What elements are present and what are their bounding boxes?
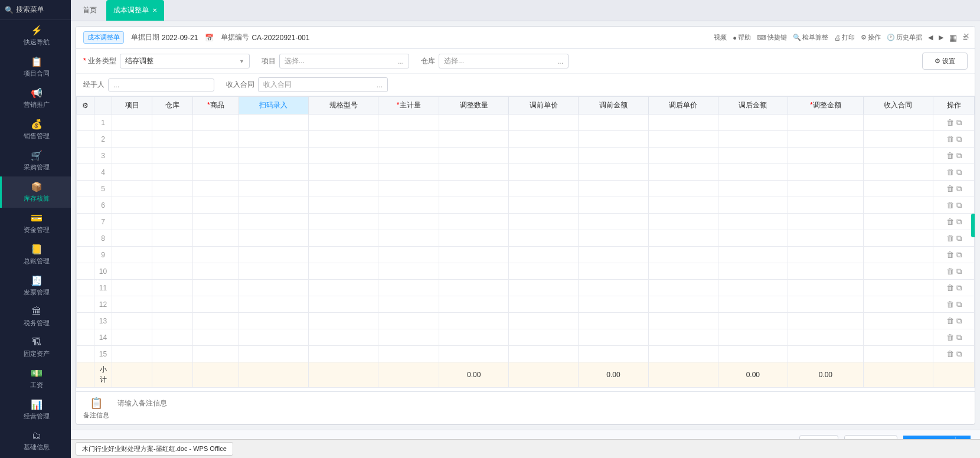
cell-before-amount-12[interactable] — [579, 296, 648, 313]
notes-input[interactable] — [115, 397, 968, 410]
cell-spec-type-5[interactable] — [309, 181, 378, 197]
copy-icon-11[interactable]: ⧉ — [956, 283, 962, 293]
cell-project-15[interactable] — [112, 346, 152, 362]
cell-before-amount-6[interactable] — [579, 197, 648, 214]
cell-before-unit-price-12[interactable] — [509, 296, 579, 313]
cell-warehouse-5[interactable] — [152, 181, 192, 197]
cell-warehouse-11[interactable] — [152, 280, 192, 296]
cell-after-amount-15[interactable] — [718, 346, 788, 362]
sidebar-search[interactable]: 🔍 搜索菜单 — [0, 0, 71, 20]
delete-icon-11[interactable]: 🗑 — [946, 283, 954, 293]
cell-after-unit-price-7[interactable] — [648, 214, 718, 230]
cell-warehouse-2[interactable] — [152, 131, 192, 148]
sidebar-item-sales-management[interactable]: 💰销售管理 — [0, 114, 71, 145]
cell-after-amount-12[interactable] — [718, 296, 788, 313]
sidebar-item-tax-management[interactable]: 🏛税务管理 — [0, 302, 71, 332]
cell-spec-type-9[interactable] — [309, 247, 378, 263]
cell-after-amount-4[interactable] — [718, 164, 788, 181]
cell-adjust-amount-14[interactable] — [788, 329, 863, 346]
cell-adjust-amount-11[interactable] — [788, 280, 863, 296]
cell-adjust-amount-15[interactable] — [788, 346, 863, 362]
cell-after-amount-10[interactable] — [718, 263, 788, 280]
cell-adjust-qty-10[interactable] — [439, 263, 509, 280]
cell-after-amount-5[interactable] — [718, 181, 788, 197]
cell-warehouse-9[interactable] — [152, 247, 192, 263]
cell-before-unit-price-9[interactable] — [509, 247, 579, 263]
cell-warehouse-12[interactable] — [152, 296, 192, 313]
cell-goods-9[interactable] — [192, 247, 239, 263]
cell-after-unit-price-1[interactable] — [648, 114, 718, 131]
cell-before-unit-price-7[interactable] — [509, 214, 579, 230]
taskbar-item[interactable]: 木门行业好业财处理方案-墨红红.doc - WPS Office — [76, 442, 233, 456]
cell-before-amount-4[interactable] — [579, 164, 648, 181]
cell-spec-type-10[interactable] — [309, 263, 378, 280]
cell-before-amount-5[interactable] — [579, 181, 648, 197]
cell-goods-1[interactable] — [192, 114, 239, 131]
cell-before-amount-11[interactable] — [579, 280, 648, 296]
project-select[interactable]: 选择... ... — [279, 54, 409, 68]
cell-scan-input-9[interactable] — [239, 247, 308, 263]
cell-project-3[interactable] — [112, 148, 152, 164]
sidebar-item-invoice-management[interactable]: 🧾发票管理 — [0, 270, 71, 302]
copy-icon-4[interactable]: ⧉ — [956, 168, 962, 177]
cell-scan-input-10[interactable] — [239, 263, 308, 280]
cell-goods-11[interactable] — [192, 280, 239, 296]
cell-unit-7[interactable] — [378, 214, 439, 230]
cell-before-unit-price-8[interactable] — [509, 230, 579, 247]
delete-icon-10[interactable]: 🗑 — [946, 267, 954, 276]
cell-adjust-amount-5[interactable] — [788, 181, 863, 197]
copy-icon-7[interactable]: ⧉ — [956, 217, 962, 227]
cell-project-14[interactable] — [112, 329, 152, 346]
cell-warehouse-6[interactable] — [152, 197, 192, 214]
cell-adjust-qty-14[interactable] — [439, 329, 509, 346]
cell-project-7[interactable] — [112, 214, 152, 230]
cell-after-amount-9[interactable] — [718, 247, 788, 263]
sidebar-item-general-ledger[interactable]: 📒总账管理 — [0, 239, 71, 270]
delete-icon-13[interactable]: 🗑 — [946, 316, 954, 326]
cell-unit-6[interactable] — [378, 197, 439, 214]
cell-before-amount-15[interactable] — [579, 346, 648, 362]
cell-warehouse-1[interactable] — [152, 114, 192, 131]
copy-icon-13[interactable]: ⧉ — [956, 316, 962, 326]
cell-before-amount-7[interactable] — [579, 214, 648, 230]
cell-income-contract-6[interactable] — [863, 197, 933, 214]
cell-spec-type-14[interactable] — [309, 329, 378, 346]
cell-adjust-qty-1[interactable] — [439, 114, 509, 131]
cell-project-13[interactable] — [112, 313, 152, 329]
close-button[interactable]: ✕ — [963, 31, 970, 41]
cell-scan-input-13[interactable] — [239, 313, 308, 329]
cell-adjust-qty-6[interactable] — [439, 197, 509, 214]
cell-income-contract-7[interactable] — [863, 214, 933, 230]
cell-adjust-amount-1[interactable] — [788, 114, 863, 131]
cell-after-unit-price-5[interactable] — [648, 181, 718, 197]
cell-spec-type-12[interactable] — [309, 296, 378, 313]
copy-icon-1[interactable]: ⧉ — [956, 118, 962, 127]
cell-before-amount-8[interactable] — [579, 230, 648, 247]
cell-scan-input-12[interactable] — [239, 296, 308, 313]
business-type-select[interactable]: 结存调整 ▼ — [120, 54, 250, 68]
cell-before-unit-price-2[interactable] — [509, 131, 579, 148]
history-btn[interactable]: 🕐 历史单据 — [887, 33, 922, 42]
cell-income-contract-10[interactable] — [863, 263, 933, 280]
cell-after-amount-13[interactable] — [718, 313, 788, 329]
sidebar-item-basic-info[interactable]: 🗂基础信息 — [0, 426, 71, 456]
cell-income-contract-15[interactable] — [863, 346, 933, 362]
cell-adjust-qty-13[interactable] — [439, 313, 509, 329]
cell-warehouse-10[interactable] — [152, 263, 192, 280]
check-btn[interactable]: 🔍 检单算整 — [793, 33, 828, 42]
copy-icon-9[interactable]: ⧉ — [956, 250, 962, 260]
copy-icon-15[interactable]: ⧉ — [956, 349, 962, 359]
cell-unit-8[interactable] — [378, 230, 439, 247]
cell-income-contract-12[interactable] — [863, 296, 933, 313]
cell-before-unit-price-14[interactable] — [509, 329, 579, 346]
cell-adjust-qty-11[interactable] — [439, 280, 509, 296]
cell-income-contract-4[interactable] — [863, 164, 933, 181]
cell-scan-input-15[interactable] — [239, 346, 308, 362]
shortcut-btn[interactable]: ⌨ 快捷键 — [757, 33, 787, 42]
view-btn[interactable]: 视频 — [714, 33, 727, 42]
cell-spec-type-8[interactable] — [309, 230, 378, 247]
cell-before-unit-price-4[interactable] — [509, 164, 579, 181]
cell-adjust-amount-9[interactable] — [788, 247, 863, 263]
cell-adjust-qty-7[interactable] — [439, 214, 509, 230]
cell-adjust-qty-8[interactable] — [439, 230, 509, 247]
